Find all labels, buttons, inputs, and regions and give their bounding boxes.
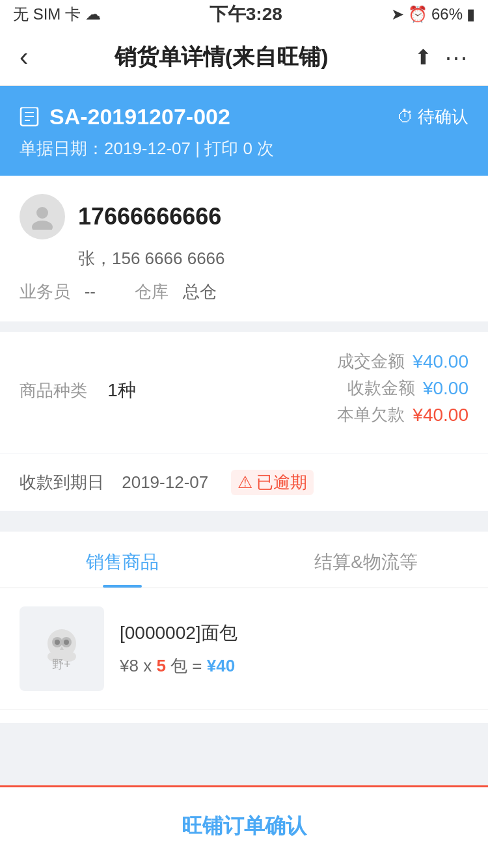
order-meta: 单据日期：2019-12-07 | 打印 0 次: [20, 137, 468, 160]
divider-1: [0, 321, 488, 332]
product-types: 商品种类 1种: [20, 378, 136, 403]
deal-amount-value: ¥40.00: [413, 351, 468, 372]
due-date-value: 2019-12-07: [122, 472, 208, 493]
sim-status: 无 SIM 卡 ☁: [13, 4, 101, 25]
collected-value: ¥0.00: [423, 378, 468, 399]
avatar-icon: [29, 204, 55, 230]
product-types-value: 1种: [107, 380, 136, 400]
salesman-value: --: [85, 282, 96, 301]
customer-fields: 业务员 -- 仓库 总仓: [20, 280, 468, 303]
product-name: [0000002]面包: [120, 621, 468, 645]
location-icon: ➤: [391, 5, 404, 23]
warehouse-value: 总仓: [183, 282, 217, 301]
more-icon[interactable]: ···: [445, 44, 468, 71]
due-date-card: 收款到期日 2019-12-07 ⚠ 已逾期: [0, 454, 488, 511]
battery-icon: ▮: [467, 5, 475, 23]
product-total: ¥40: [207, 656, 235, 675]
bottom-bar: 旺铺订单确认: [0, 785, 488, 868]
owed-value: ¥40.00: [413, 405, 468, 426]
product-qty: 5: [156, 656, 165, 675]
warehouse-label: 仓库: [135, 282, 169, 301]
customer-phone: 17666666666: [78, 203, 221, 230]
order-header: SA-20191207-002 ⏱ 待确认 单据日期：2019-12-07 | …: [0, 86, 488, 176]
warning-icon: ⚠: [237, 472, 252, 493]
status-bar: 无 SIM 卡 ☁ 下午3:28 ➤ ⏰ 66% ▮: [0, 0, 488, 29]
product-image: 野+: [20, 606, 104, 691]
status-time: 下午3:28: [210, 2, 282, 27]
svg-point-9: [55, 640, 60, 645]
page-title: 销货单详情(来自旺铺): [115, 42, 329, 72]
owed-row: 本单欠款 ¥40.00: [337, 403, 468, 426]
status-left: 无 SIM 卡 ☁: [13, 4, 101, 25]
alarm-icon: ⏰: [408, 5, 427, 23]
salesman-label: 业务员: [20, 282, 70, 301]
due-date-label: 收款到期日: [20, 471, 104, 494]
nav-icons: ⬆ ···: [414, 44, 468, 71]
nav-bar: ‹ 销货单详情(来自旺铺) ⬆ ···: [0, 29, 488, 86]
product-list: 野+ [0000002]面包 ¥8 x 5 包 = ¥40: [0, 588, 488, 723]
collected-label: 收款金额: [347, 377, 415, 400]
order-id: SA-20191207-002: [20, 104, 230, 129]
divider-2: [0, 511, 488, 521]
customer-card: 17666666666 张，156 6666 6666 业务员 -- 仓库 总仓: [0, 176, 488, 321]
collected-row: 收款金额 ¥0.00: [337, 377, 468, 400]
share-icon[interactable]: ⬆: [414, 45, 432, 70]
tab-products[interactable]: 销售商品: [0, 532, 244, 588]
summary-amounts: 成交金额 ¥40.00 收款金额 ¥0.00 本单欠款 ¥40.00: [337, 350, 468, 430]
svg-point-5: [32, 221, 53, 230]
product-info: [0000002]面包 ¥8 x 5 包 = ¥40: [120, 621, 468, 677]
customer-avatar: [20, 194, 65, 239]
confirm-order-button[interactable]: 旺铺订单确认: [20, 798, 468, 855]
summary-card: 商品种类 1种 成交金额 ¥40.00 收款金额 ¥0.00 本单欠款 ¥40.…: [0, 332, 488, 454]
svg-text:野+: 野+: [52, 658, 71, 671]
table-row: 野+ [0000002]面包 ¥8 x 5 包 = ¥40: [0, 588, 488, 710]
customer-name: 张，156 6666 6666: [78, 247, 468, 270]
product-thumbnail: 野+: [36, 623, 88, 675]
battery-level: 66%: [431, 5, 463, 23]
status-right: ➤ ⏰ 66% ▮: [391, 5, 475, 23]
clock-icon: ⏱: [397, 107, 414, 127]
order-status: ⏱ 待确认: [397, 105, 468, 128]
svg-point-4: [36, 207, 48, 219]
summary-row: 商品种类 1种 成交金额 ¥40.00 收款金额 ¥0.00 本单欠款 ¥40.…: [20, 350, 468, 430]
back-button[interactable]: ‹: [20, 42, 28, 72]
deal-amount-row: 成交金额 ¥40.00: [337, 350, 468, 373]
tab-settlement[interactable]: 结算&物流等: [244, 532, 488, 588]
overdue-badge: ⚠ 已逾期: [231, 470, 314, 495]
owed-label: 本单欠款: [337, 403, 405, 426]
deal-amount-label: 成交金额: [337, 350, 405, 373]
svg-point-10: [64, 640, 69, 645]
tabs: 销售商品 结算&物流等: [0, 532, 488, 588]
order-icon: [20, 107, 43, 127]
product-price: ¥8 x 5 包 = ¥40: [120, 655, 468, 677]
